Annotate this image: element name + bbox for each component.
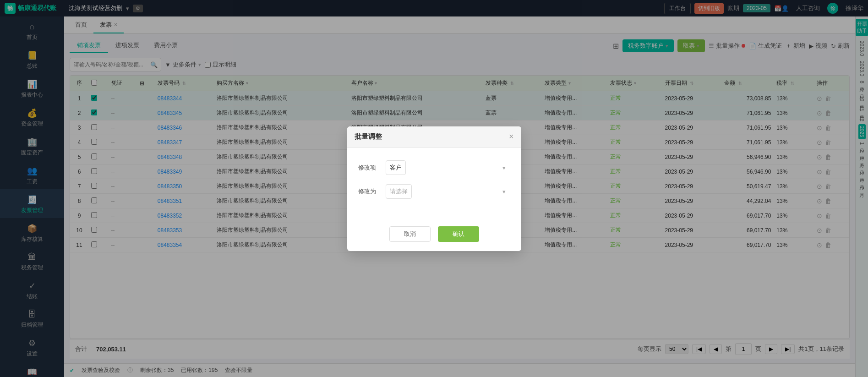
modify-field-row: 修改项 客户 (358, 160, 510, 175)
modify-to-row: 修改为 请选择 (358, 184, 510, 199)
modify-to-label: 修改为 (358, 187, 386, 196)
modal-cancel-button[interactable]: 取消 (389, 226, 431, 242)
modal-body: 修改项 客户 修改为 请选择 (347, 148, 521, 221)
batch-adjust-modal: 批量调整 × 修改项 客户 修改为 请选择 (347, 126, 521, 251)
modal-confirm-button[interactable]: 确认 (438, 226, 479, 242)
modal-footer: 取消 确认 (347, 221, 521, 251)
modify-field-label: 修改项 (358, 164, 386, 172)
modify-field-select[interactable]: 客户 (386, 160, 406, 175)
modal-header: 批量调整 × (347, 126, 521, 148)
modify-to-select[interactable]: 请选择 (386, 184, 412, 199)
modal-overlay: 批量调整 × 修改项 客户 修改为 请选择 (0, 0, 868, 377)
modify-field-select-wrap: 客户 (386, 160, 510, 175)
modal-close-button[interactable]: × (509, 132, 514, 142)
modal-title: 批量调整 (355, 132, 382, 141)
modify-to-select-wrap: 请选择 (386, 184, 510, 199)
